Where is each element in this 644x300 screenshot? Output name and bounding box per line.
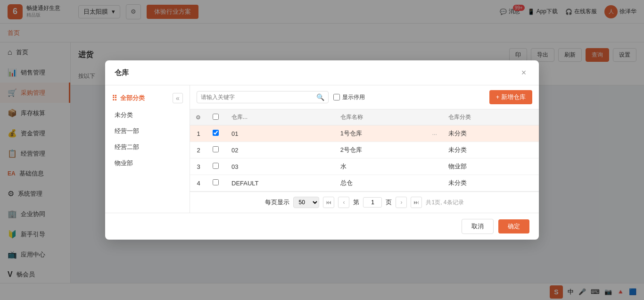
- add-warehouse-button[interactable]: + 新增仓库: [489, 90, 532, 104]
- row-checkbox-cell: [207, 142, 226, 158]
- row-num: 1: [190, 125, 207, 142]
- category-item-unclassified[interactable]: 未分类: [105, 107, 190, 123]
- show-disabled-checkbox[interactable]: [333, 94, 340, 100]
- row-checkbox[interactable]: [213, 163, 219, 169]
- page-last-button[interactable]: ⏭: [411, 197, 422, 208]
- category-item-property[interactable]: 物业部: [105, 155, 190, 171]
- modal: 仓库 × ⠿ 全部分类 « 未分类 经营一部 经营二部 物业部: [105, 60, 539, 240]
- all-category-title[interactable]: ⠿ 全部分类: [112, 94, 145, 103]
- collapse-button[interactable]: «: [173, 93, 183, 103]
- table-row[interactable]: 2 02 2号仓库 未分类: [190, 142, 539, 158]
- modal-overlay: 仓库 × ⠿ 全部分类 « 未分类 经营一部 经营二部 物业部: [0, 0, 644, 300]
- category-item-ops1[interactable]: 经营一部: [105, 123, 190, 139]
- row-code: 03: [226, 158, 335, 175]
- th-checkbox: [207, 109, 226, 125]
- row-num: 2: [190, 142, 207, 158]
- modal-body: ⠿ 全部分类 « 未分类 经营一部 经营二部 物业部 🔍: [105, 85, 539, 213]
- row-checkbox-cell: [207, 158, 226, 175]
- row-category: 未分类: [443, 175, 539, 192]
- th-code: 仓库...: [226, 109, 335, 125]
- row-code: 01: [226, 125, 335, 142]
- row-checkbox-cell: [207, 125, 226, 142]
- table-wrapper: ⚙ 仓库... 仓库名称 仓库分类: [190, 109, 539, 192]
- row-checkbox[interactable]: [213, 146, 219, 152]
- category-dots-icon: ⠿: [112, 94, 117, 103]
- category-header: ⠿ 全部分类 «: [105, 89, 190, 107]
- row-category: 未分类: [443, 125, 539, 142]
- table-row[interactable]: 4 DEFAULT 总仓 未分类: [190, 175, 539, 192]
- cancel-button[interactable]: 取消: [462, 219, 494, 234]
- th-category: 仓库分类: [443, 109, 539, 125]
- th-name: 仓库名称: [335, 109, 443, 125]
- select-all-checkbox[interactable]: [213, 114, 219, 120]
- table-header-row: ⚙ 仓库... 仓库名称 仓库分类: [190, 109, 539, 125]
- row-code: DEFAULT: [226, 175, 335, 192]
- category-item-ops2[interactable]: 经营二部: [105, 139, 190, 155]
- category-panel: ⠿ 全部分类 « 未分类 经营一部 经营二部 物业部: [105, 85, 190, 213]
- modal-header: 仓库 ×: [105, 60, 539, 85]
- modal-close-button[interactable]: ×: [518, 67, 529, 78]
- row-checkbox[interactable]: [213, 130, 219, 136]
- search-input[interactable]: [201, 94, 314, 100]
- th-settings: ⚙: [190, 109, 207, 125]
- row-name: 总仓: [335, 175, 443, 192]
- table-panel: 🔍 显示停用 + 新增仓库 ⚙: [190, 85, 539, 213]
- table-row[interactable]: 3 03 水 物业部: [190, 158, 539, 175]
- search-icon: 🔍: [316, 93, 324, 101]
- row-checkbox[interactable]: [213, 179, 219, 185]
- row-checkbox-cell: [207, 175, 226, 192]
- page-prev-button[interactable]: ‹: [338, 197, 349, 208]
- warehouse-table: ⚙ 仓库... 仓库名称 仓库分类: [190, 109, 539, 192]
- search-input-wrap: 🔍: [197, 91, 329, 103]
- total-info: 共1页, 4条记录: [426, 199, 463, 207]
- page-input[interactable]: [363, 197, 382, 208]
- row-category: 未分类: [443, 142, 539, 158]
- row-name: 水: [335, 158, 443, 175]
- pagination: 每页显示 50 100 ⏮ ‹ 第 页 › ⏭ 共1页, 4条记录: [190, 192, 539, 213]
- page-next-button[interactable]: ›: [396, 197, 407, 208]
- table-row[interactable]: 1 01 1号仓库... 未分类: [190, 125, 539, 142]
- row-name: 2号仓库: [335, 142, 443, 158]
- row-num: 4: [190, 175, 207, 192]
- row-category: 物业部: [443, 158, 539, 175]
- modal-footer: 取消 确定: [105, 213, 539, 240]
- row-code: 02: [226, 142, 335, 158]
- page-first-button[interactable]: ⏮: [323, 197, 334, 208]
- confirm-button[interactable]: 确定: [498, 219, 529, 233]
- table-toolbar: 🔍 显示停用 + 新增仓库: [190, 85, 539, 109]
- modal-title: 仓库: [115, 68, 129, 77]
- row-name: 1号仓库...: [335, 125, 443, 142]
- row-num: 3: [190, 158, 207, 175]
- show-disabled-wrap: 显示停用: [333, 93, 365, 101]
- per-page-select[interactable]: 50 100: [293, 197, 319, 208]
